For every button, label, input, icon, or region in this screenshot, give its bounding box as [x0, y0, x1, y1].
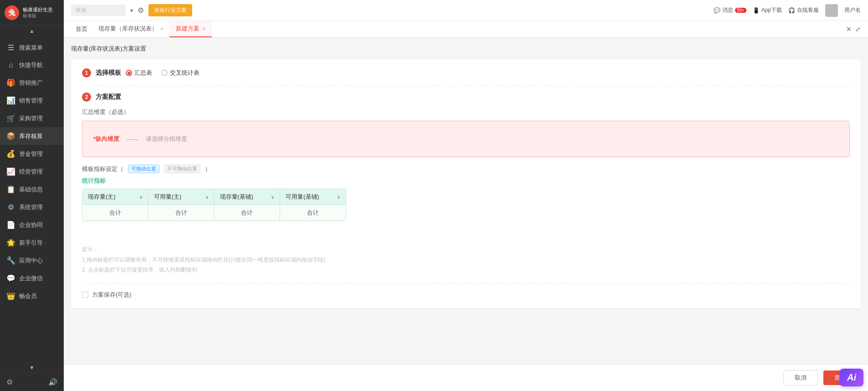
- col1-chevron-icon: ∨: [205, 195, 209, 200]
- draggable-badge: 可拖动位置: [128, 165, 159, 173]
- stat-col-0[interactable]: 现存量(主) ∨: [82, 189, 148, 205]
- stat-col-1-label: 可用量(主): [154, 193, 182, 201]
- radio-summary-label: 汇总表: [134, 69, 152, 77]
- sidebar-item-inventory[interactable]: 📦 库存核算: [0, 127, 64, 145]
- scroll-up-btn[interactable]: ▲: [0, 26, 64, 36]
- sidebar-item-label: 快捷导航: [19, 61, 43, 69]
- doc-icon: 📄: [6, 221, 15, 229]
- tab-new-scheme[interactable]: 新建方案 ×: [169, 21, 211, 37]
- save-checkbox[interactable]: [82, 292, 88, 298]
- tab-new-scheme-close[interactable]: ×: [202, 26, 205, 31]
- step1-title: 选择模板: [96, 69, 121, 77]
- sidebar-item-system[interactable]: ⚙ 系统管理: [0, 198, 64, 216]
- sidebar-item-marketing[interactable]: 🎁 营销推广: [0, 74, 64, 92]
- sidebar-bottom: ⚙ 🔊: [0, 373, 64, 391]
- sidebar-item-label: 销售管理: [19, 97, 43, 105]
- sidebar-item-finance[interactable]: 💰 资金管理: [0, 145, 64, 163]
- search-menu-icon: ☰: [6, 43, 15, 52]
- tips-title: 提示：: [82, 246, 850, 253]
- sidebar-item-label: 畅会员: [19, 292, 37, 300]
- sidebar-item-wechat[interactable]: 💬 企业微信: [0, 269, 64, 287]
- sidebar-item-label: 企业微信: [19, 274, 43, 283]
- dimension-area[interactable]: *纵向维度 —— 请选择分组维度: [82, 121, 850, 157]
- sidebar-item-nav[interactable]: ⌂ 快捷导航: [0, 57, 64, 74]
- tips-item-1: 2. 点击标题栏下拉可设置排序、插入列和删除列: [82, 265, 850, 275]
- gift-icon: 🎁: [6, 78, 15, 87]
- sidebar-item-label: 系统管理: [19, 203, 43, 211]
- vertical-label: *纵向维度: [93, 135, 119, 143]
- sidebar: 兔 畅康通好生意 标准版 ▲ ☰ 搜索菜单 ⌂ 快捷导航 🎁 营销推广 📊 销售…: [0, 0, 64, 391]
- topbar-dropdown[interactable]: ▾: [130, 7, 133, 14]
- app-download-btn[interactable]: 📱 App下载: [753, 6, 782, 14]
- industry-btn[interactable]: 体验行业方案: [148, 4, 192, 16]
- sidebar-item-new-guide[interactable]: 🌟 新手引导: [0, 234, 64, 252]
- service-label: 在线客服: [797, 6, 819, 14]
- tabs-bar: 首页 现存量（库存状况表） × 新建方案 × ✕ ⤢: [64, 21, 868, 37]
- sidebar-item-apps[interactable]: 🔧 应用中心: [0, 252, 64, 269]
- stat-body: 合计 合计 合计 合计: [82, 205, 346, 221]
- stat-col-1[interactable]: 可用量(主) ∨: [148, 189, 214, 205]
- volume-icon[interactable]: 🔊: [48, 378, 57, 386]
- minimize-window-btn[interactable]: ✕: [846, 26, 852, 33]
- main-area: 搜索 ▾ ⚙ 体验行业方案 💬 消息 99+ 📱 App下载 🎧 在线客服 用户…: [64, 0, 868, 391]
- summary-dimension-label: 汇总维度（必选）: [82, 108, 850, 116]
- col2-chevron-icon: ∨: [271, 195, 274, 200]
- non-draggable-badge: 不可拖动位置: [164, 165, 200, 173]
- search-box: 搜索: [71, 5, 126, 16]
- radio-cross[interactable]: 交叉统计表: [161, 69, 199, 77]
- tab-new-scheme-label: 新建方案: [176, 25, 199, 33]
- radio-cross-circle: [161, 70, 168, 76]
- scroll-down-btn[interactable]: ▼: [0, 363, 64, 373]
- settings-card: 1 选择模板 汇总表 交叉统计表: [71, 59, 861, 308]
- sidebar-item-sales[interactable]: 📊 销售管理: [0, 92, 64, 109]
- username-label[interactable]: 用户名: [844, 6, 861, 14]
- tabs-right: ✕ ⤢: [846, 26, 861, 33]
- col0-chevron-icon: ∨: [139, 195, 143, 200]
- dimension-dash: ——: [127, 136, 138, 143]
- save-option-label: 方案保存(可选): [92, 291, 132, 299]
- chart-icon: 📊: [6, 96, 15, 105]
- divider2: [82, 283, 850, 283]
- message-btn[interactable]: 💬 消息 99+: [714, 6, 746, 14]
- tab-inventory-close[interactable]: ×: [160, 26, 163, 31]
- tab-inventory[interactable]: 现存量（库存状况表） ×: [92, 21, 169, 37]
- step2-section: 2 方案配置 汇总维度（必选） *纵向维度 —— 请选择分组维度: [82, 93, 850, 275]
- cart-icon: 🛒: [6, 114, 15, 123]
- sidebar-item-basic[interactable]: 📋 基础信息: [0, 180, 64, 198]
- radio-cross-label: 交叉统计表: [170, 69, 199, 77]
- indicator-label-text: 模板指标设定（: [82, 165, 123, 173]
- tool-icon: 🔧: [6, 256, 15, 265]
- expand-window-btn[interactable]: ⤢: [855, 26, 861, 33]
- home-icon: ⌂: [6, 61, 15, 69]
- sidebar-item-management[interactable]: 📈 经营管理: [0, 163, 64, 180]
- stat-col-3[interactable]: 可用量(基辅) ∨: [280, 189, 346, 205]
- topbar-settings-icon[interactable]: ⚙: [138, 6, 144, 15]
- cancel-button[interactable]: 取消: [783, 370, 818, 386]
- radio-summary-dot: [128, 72, 131, 75]
- radio-summary[interactable]: 汇总表: [126, 69, 152, 77]
- page-title: 现存量(库存状况表)方案设置: [71, 45, 861, 53]
- list-icon: 📋: [6, 185, 15, 194]
- online-service-btn[interactable]: 🎧 在线客服: [788, 6, 819, 14]
- divider1: [82, 86, 850, 86]
- user-avatar[interactable]: [825, 4, 838, 17]
- topbar: 搜索 ▾ ⚙ 体验行业方案 💬 消息 99+ 📱 App下载 🎧 在线客服 用户…: [64, 0, 868, 21]
- settings-icon[interactable]: ⚙: [6, 378, 13, 386]
- tips-section: 提示： 1.拖动标题栏可以调整布局，不可跨维度或指标区域拖动栏目(只能在同一维度…: [82, 246, 850, 275]
- col3-chevron-icon: ∨: [337, 195, 340, 200]
- sidebar-item-corp[interactable]: 📄 企业协同: [0, 216, 64, 234]
- sidebar-item-purchase[interactable]: 🛒 采购管理: [0, 109, 64, 127]
- tab-home[interactable]: 首页: [71, 21, 92, 37]
- app-label: App下载: [761, 6, 782, 14]
- sidebar-item-label: 基础信息: [19, 185, 43, 194]
- dimension-row: *纵向维度 —— 请选择分组维度: [93, 135, 187, 143]
- stat-table: 现存量(主) ∨ 可用量(主) ∨ 现存量(基辅) ∨: [82, 189, 346, 221]
- ai-button[interactable]: Ai: [840, 369, 863, 386]
- template-radio-group: 汇总表 交叉统计表: [126, 69, 199, 77]
- save-option: 方案保存(可选): [82, 291, 850, 299]
- message-badge: 99+: [735, 8, 746, 13]
- sidebar-item-member[interactable]: 👑 畅会员: [0, 287, 64, 305]
- sidebar-item-search[interactable]: ☰ 搜索菜单: [0, 39, 64, 57]
- money-icon: 💰: [6, 149, 15, 158]
- stat-col-2[interactable]: 现存量(基辅) ∨: [214, 189, 281, 205]
